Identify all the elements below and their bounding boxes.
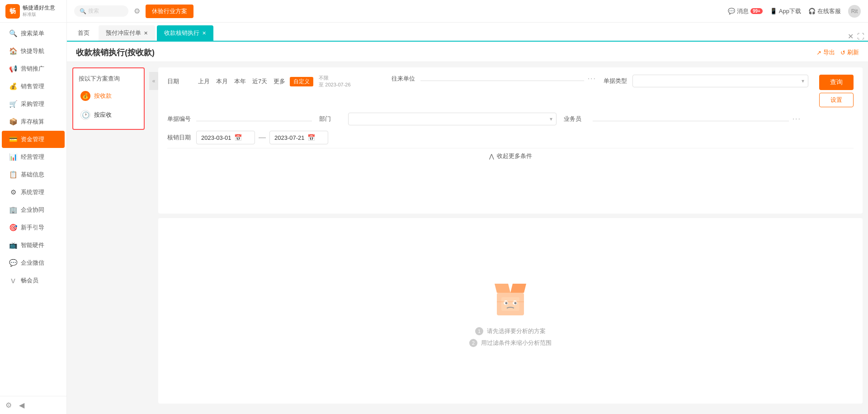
search-placeholder: 搜索 bbox=[88, 7, 99, 15]
sidebar-item-system[interactable]: ⚙ 系统管理 bbox=[2, 184, 65, 201]
message-badge: 99+ bbox=[750, 8, 763, 14]
solution-button[interactable]: 休验行业方案 bbox=[146, 5, 193, 18]
sidebar-item-nav[interactable]: 🏠 快捷导航 bbox=[2, 43, 65, 60]
collapse-more-btn[interactable]: ⋀ 收起更多条件 bbox=[167, 148, 854, 164]
empty-step-2: 2 用过滤条件来缩小分析范围 bbox=[469, 339, 552, 347]
tab-close-receipt[interactable]: ✕ bbox=[202, 30, 206, 36]
sidebar-item-marketing[interactable]: 📢 营销推广 bbox=[2, 60, 65, 77]
date-tab-7days[interactable]: 近7天 bbox=[250, 76, 269, 86]
sidebar-item-guide[interactable]: 🎯 新手引导 bbox=[2, 219, 65, 236]
sidebar-item-label: 库存核算 bbox=[21, 118, 44, 126]
page-header-actions: ↗ 导出 ↺ 刷新 bbox=[816, 48, 859, 57]
sidebar-item-member[interactable]: V 畅会员 bbox=[2, 272, 65, 289]
home-icon: 🏠 bbox=[9, 47, 17, 55]
receipt-filter-icon: 💰 bbox=[80, 91, 90, 101]
verify-date-start[interactable]: 2023-03-01 📅 bbox=[196, 131, 255, 144]
basic-info-icon: 📋 bbox=[9, 171, 17, 179]
search-bar[interactable]: 🔍 搜索 bbox=[74, 5, 128, 17]
refresh-button[interactable]: ↺ 刷新 bbox=[840, 48, 859, 57]
form-panel: 日期 上月 本月 本年 近7天 更多 自定义 不限 至 bbox=[158, 67, 863, 214]
export-icon: ↗ bbox=[816, 49, 821, 56]
sidebar-item-cooperation[interactable]: 🏢 企业协同 bbox=[2, 201, 65, 219]
sidebar-item-label: 采购管理 bbox=[21, 100, 44, 108]
app-download-btn[interactable]: 📱 App下载 bbox=[770, 7, 801, 15]
date-tab-custom[interactable]: 自定义 bbox=[290, 77, 313, 86]
svg-marker-1 bbox=[495, 284, 510, 293]
tab-prepay[interactable]: 预付冲应付单 ✕ bbox=[99, 25, 155, 41]
expand-window-icon[interactable]: ⛶ bbox=[857, 33, 864, 41]
sidebar-item-basic-info[interactable]: 📋 基础信息 bbox=[2, 166, 65, 183]
settings-icon[interactable]: ⚙ bbox=[5, 401, 12, 409]
sidebar-item-sales[interactable]: 💰 销售管理 bbox=[2, 78, 65, 95]
sidebar-item-label: 基础信息 bbox=[21, 171, 44, 179]
app-download-label: App下载 bbox=[779, 7, 801, 15]
finance-icon: 💳 bbox=[9, 135, 17, 143]
management-icon: 📊 bbox=[9, 153, 17, 161]
step1-text: 请先选择要分析的方案 bbox=[487, 327, 546, 335]
query-button[interactable]: 查询 bbox=[819, 75, 854, 90]
tab-home[interactable]: 首页 bbox=[71, 25, 97, 41]
collapse-sidebar-btn[interactable]: ◀ bbox=[19, 401, 24, 409]
sidebar-item-search[interactable]: 🔍 搜索菜单 bbox=[2, 25, 65, 42]
sidebar-item-finance[interactable]: 💳 资金管理 bbox=[2, 131, 65, 148]
user-avatar: Rit bbox=[848, 5, 861, 18]
close-window-icon[interactable]: ✕ bbox=[848, 32, 854, 41]
receipt-tab-label: 收款核销执行 bbox=[164, 29, 199, 37]
sidebar: 畅 畅捷通好生意 标准版 🔍 搜索菜单 🏠 快捷导航 📢 营销推广 💰 销售管理… bbox=[0, 0, 67, 414]
gear-icon[interactable]: ⚙ bbox=[134, 7, 140, 15]
collapse-arrow-icon: ⋀ bbox=[489, 153, 494, 160]
export-button[interactable]: ↗ 导出 bbox=[816, 48, 835, 57]
sales-icon: 💰 bbox=[9, 82, 17, 90]
tab-receipt-verify[interactable]: 收款核销执行 ✕ bbox=[157, 25, 213, 41]
dept-arrow: ▾ bbox=[550, 116, 552, 122]
filter-item-by-receivable[interactable]: 🕐 按应收 bbox=[73, 105, 144, 124]
setting-button[interactable]: 设置 bbox=[819, 93, 854, 107]
receivable-filter-icon: 🕐 bbox=[80, 110, 90, 120]
message-btn[interactable]: 💬 消息 99+ bbox=[728, 7, 763, 15]
date-tab-lastmonth[interactable]: 上月 bbox=[196, 76, 212, 86]
verify-date-end[interactable]: 2023-07-21 📅 bbox=[269, 131, 328, 144]
sidebar-item-label: 畅会员 bbox=[21, 276, 38, 285]
export-label: 导出 bbox=[823, 48, 835, 57]
verify-date-start-value: 2023-03-01 bbox=[201, 134, 231, 141]
svg-point-7 bbox=[514, 302, 517, 304]
tabbar: 首页 预付冲应付单 ✕ 收款核销执行 ✕ ✕ ⛶ bbox=[67, 23, 868, 42]
filter-item-by-receipt[interactable]: 💰 按收款 bbox=[73, 86, 144, 105]
empty-illustration bbox=[483, 275, 538, 320]
sidebar-item-purchase[interactable]: 🛒 采购管理 bbox=[2, 95, 65, 113]
sidebar-item-wechat[interactable]: 💬 企业微信 bbox=[2, 254, 65, 271]
tab-close-prepay[interactable]: ✕ bbox=[144, 30, 148, 36]
collapse-more-label: 收起更多条件 bbox=[497, 152, 532, 160]
sidebar-item-inventory[interactable]: 📦 库存核算 bbox=[2, 113, 65, 130]
date-tab-thismonth[interactable]: 本月 bbox=[214, 76, 230, 86]
search-icon: 🔍 bbox=[80, 8, 86, 14]
collapse-panel-btn[interactable]: « bbox=[149, 72, 158, 90]
hardware-icon: 📺 bbox=[9, 241, 17, 249]
logo-icon: 畅 bbox=[5, 4, 20, 19]
sidebar-item-hardware[interactable]: 📺 智能硬件 bbox=[2, 237, 65, 254]
guide-icon: 🎯 bbox=[9, 224, 17, 232]
salesman-label: 业务员 bbox=[564, 115, 589, 123]
date-tabs: 上月 本月 本年 近7天 更多 自定义 bbox=[196, 76, 313, 86]
user-info[interactable]: Rit bbox=[848, 5, 861, 18]
sidebar-item-label: 企业协同 bbox=[21, 206, 44, 214]
online-service-btn[interactable]: 🎧 在线客服 bbox=[808, 7, 841, 15]
search-icon: 🔍 bbox=[9, 29, 17, 38]
date-range-separator: — bbox=[259, 133, 266, 142]
salesman-select-btn[interactable]: ··· bbox=[793, 115, 801, 123]
message-label: 消息 bbox=[737, 7, 749, 15]
inventory-icon: 📦 bbox=[9, 118, 17, 126]
filter-label-receivable: 按应收 bbox=[94, 111, 112, 119]
department-label: 部门 bbox=[319, 115, 344, 123]
date-tab-more[interactable]: 更多 bbox=[272, 76, 287, 86]
refresh-icon: ↺ bbox=[840, 49, 845, 56]
calendar-start-icon: 📅 bbox=[234, 134, 242, 141]
empty-step-1: 1 请先选择要分析的方案 bbox=[475, 327, 546, 335]
tabbar-actions: ✕ ⛶ bbox=[848, 32, 864, 41]
sidebar-item-management[interactable]: 📊 经营管理 bbox=[2, 148, 65, 166]
sidebar-item-label: 资金管理 bbox=[21, 135, 44, 143]
counterpart-label: 往来单位 bbox=[392, 75, 417, 83]
system-icon: ⚙ bbox=[9, 188, 17, 196]
date-tab-thisyear[interactable]: 本年 bbox=[232, 76, 248, 86]
counterpart-select-btn[interactable]: ··· bbox=[588, 75, 596, 83]
